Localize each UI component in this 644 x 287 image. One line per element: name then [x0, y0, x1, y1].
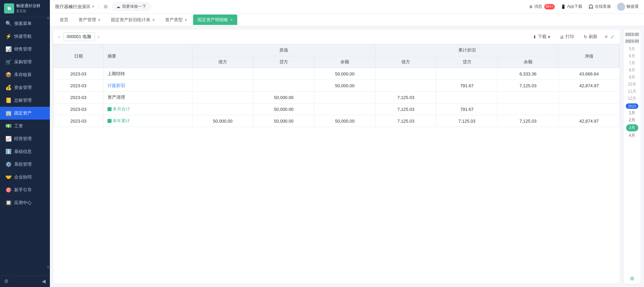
row-acc-credit: 791.67 [436, 103, 497, 115]
tab-asset-detail-close[interactable]: ✕ [230, 18, 233, 22]
operations-icon: 📈 [5, 136, 11, 142]
topbar-settings-icon[interactable]: ⚙ [103, 4, 108, 10]
sidebar-scrollbar-bottom [47, 266, 49, 268]
sidebar-item-sales[interactable]: 📊 销售管理 [0, 43, 50, 56]
row-orig-debit [192, 103, 253, 115]
download-label: 下载 [538, 34, 547, 40]
row-desc: 上期结转 [103, 68, 192, 80]
sidebar-item-guide[interactable]: 🎯 新手引导 [0, 184, 50, 196]
row-acc-debit: 7,125.03 [375, 92, 436, 103]
timeline-month-8[interactable]: 8月 [629, 67, 635, 73]
print-icon: 🖨 [560, 34, 564, 39]
experience-icon: ☁ [116, 4, 120, 9]
collapse-sidebar-icon[interactable]: ◀ [42, 278, 46, 284]
tab-depreciation-stats-close[interactable]: ✕ [152, 18, 155, 22]
col-header-accumulated-dep: 累计折旧 [375, 44, 559, 56]
window-expand-button[interactable]: ⤢ [610, 34, 614, 39]
tab-asset-type-close[interactable]: ✕ [184, 18, 187, 22]
settings-bottom-icon[interactable]: ⚙ [4, 278, 8, 284]
notifications-item[interactable]: 🖥 消息 99+ [529, 4, 555, 9]
topbar-separator: | [98, 4, 99, 9]
window-close-button[interactable]: ✕ [604, 34, 608, 39]
timeline-month-3-active[interactable]: 3月 [626, 124, 638, 131]
sidebar-item-purchase[interactable]: 🛒 采购管理 [0, 56, 50, 68]
timeline-month-11[interactable]: 11月 [628, 89, 636, 94]
sidebar-item-apps[interactable]: 🔲 应用中心 [0, 196, 50, 209]
user-avatar [617, 3, 625, 11]
table-row: 2023-03 本月合计 50,000.00 7,125.03 791.67 [54, 103, 620, 115]
timeline-month-1[interactable]: 1月 [629, 110, 635, 116]
sidebar-item-operations[interactable]: 📈 经营管理 [0, 132, 50, 145]
funds-icon: 💰 [5, 85, 11, 91]
experience-button[interactable]: ☁ 我要体验一下 [112, 2, 151, 11]
table-row: 2023-03 本年累计 50,000.00 50,000.00 50,000.… [54, 115, 620, 127]
download-button[interactable]: ⬇ 下载 ▾ [530, 32, 553, 41]
tab-home-label: 首页 [60, 17, 68, 23]
refresh-label: 刷新 [589, 34, 597, 40]
topbar: 医疗器械行业演示 ▾ | ⚙ ☁ 我要体验一下 🖥 消息 99+ 📱 App下载… [50, 0, 644, 13]
row-orig-debit: 50,000.00 [192, 115, 253, 127]
sidebar-item-system[interactable]: ⚙️ 系统管理 [0, 158, 50, 171]
notifications-label: 消息 [534, 4, 542, 9]
col-header-orig-debit: 借方 [192, 56, 253, 68]
row-acc-credit [436, 68, 497, 80]
tab-depreciation-stats[interactable]: 固定资产折旧统计表 ✕ [106, 14, 159, 25]
customer-service-item[interactable]: 🎧 在线客服 [588, 4, 611, 9]
row-orig-credit [253, 68, 314, 80]
sidebar-nav: 🔍 搜索菜单 ⚡ 快捷导航 📊 销售管理 🛒 采购管理 📦 库存核算 💰 资金管… [0, 17, 50, 275]
tab-asset-detail[interactable]: 固定资产明细账 ✕ [193, 14, 237, 25]
tab-home[interactable]: 首页 [55, 14, 73, 25]
company-selector[interactable]: 医疗器械行业演示 ▾ [55, 4, 94, 10]
refresh-button[interactable]: ↻ 刷新 [581, 32, 600, 41]
sidebar: 畅 畅捷通好业财 普及版 🔍 搜索菜单 ⚡ 快捷导航 📊 销售管理 🛒 采购管理… [0, 0, 50, 287]
row-acc-credit: 7,125.03 [436, 115, 497, 127]
timeline-month-10[interactable]: 10月 [628, 82, 636, 87]
row-orig-balance [314, 92, 375, 103]
system-icon: ⚙️ [5, 161, 11, 167]
user-item[interactable]: 畅捷通 [617, 3, 639, 11]
col-header-orig-credit: 贷方 [253, 56, 314, 68]
tab-asset-type-label: 资产类型 [165, 17, 183, 23]
nav-prev-button[interactable]: ‹ [59, 34, 60, 39]
sidebar-item-funds[interactable]: 💰 资金管理 [0, 81, 50, 94]
app-download-item[interactable]: 📱 App下载 [561, 4, 582, 9]
sidebar-item-quick-nav[interactable]: ⚡ 快捷导航 [0, 30, 50, 43]
tab-asset-management-close[interactable]: ✕ [98, 18, 101, 22]
row-orig-balance [314, 103, 375, 115]
timeline-month-5[interactable]: 5月 [629, 46, 635, 52]
sidebar-item-ledger[interactable]: 📒 总账管理 [0, 94, 50, 107]
asset-code: 000001 [67, 34, 81, 39]
sidebar-item-basic-info[interactable]: ℹ️ 基础信息 [0, 145, 50, 158]
timeline-month-9[interactable]: 9月 [629, 74, 635, 80]
tab-asset-management[interactable]: 资产管理 ✕ [74, 14, 105, 25]
timeline-month-12[interactable]: 12月 [628, 96, 636, 101]
sidebar-item-inventory[interactable]: 📦 库存核算 [0, 68, 50, 81]
row-desc-link[interactable]: 计提折旧 [103, 80, 192, 92]
notifications-badge: 99+ [544, 4, 555, 9]
timeline-month-4[interactable]: 4月 [629, 133, 635, 138]
timeline-year-badge-2023: 2023 [626, 103, 638, 109]
timeline-month-7[interactable]: 7月 [629, 60, 635, 66]
nav-next-button[interactable]: › [98, 34, 99, 39]
sidebar-item-search[interactable]: 🔍 搜索菜单 [0, 17, 50, 30]
timeline-month-2[interactable]: 2月 [629, 117, 635, 123]
timeline-scroll-down[interactable]: ⊕ [630, 273, 634, 282]
asset-name-text: 电脑 [83, 34, 91, 39]
app-version: 普及版 [16, 9, 40, 13]
app-name: 畅捷通好业财 [16, 3, 40, 9]
row-net-value: 42,874.97 [558, 115, 619, 127]
sidebar-item-salary[interactable]: 💵 工资 [0, 120, 50, 132]
timeline-prev-year: 2023.03 [625, 32, 640, 37]
company-dropdown-icon: ▾ [92, 4, 94, 9]
row-acc-debit: 7,125.03 [375, 103, 436, 115]
print-button[interactable]: 🖨 打印 [557, 32, 577, 41]
timeline-month-6[interactable]: 6月 [629, 53, 635, 59]
sidebar-item-enterprise[interactable]: 🤝 企业协同 [0, 171, 50, 184]
row-orig-credit: 50,000.00 [253, 92, 314, 103]
download-icon: ⬇ [533, 34, 536, 39]
main-area: 医疗器械行业演示 ▾ | ⚙ ☁ 我要体验一下 🖥 消息 99+ 📱 App下载… [50, 0, 644, 287]
row-desc-badge: 本年累计 [103, 115, 192, 127]
tab-asset-type[interactable]: 资产类型 ✕ [161, 14, 192, 25]
sidebar-item-fixed-assets[interactable]: 🏢 固定资产 [0, 107, 50, 120]
user-label: 畅捷通 [626, 4, 639, 9]
